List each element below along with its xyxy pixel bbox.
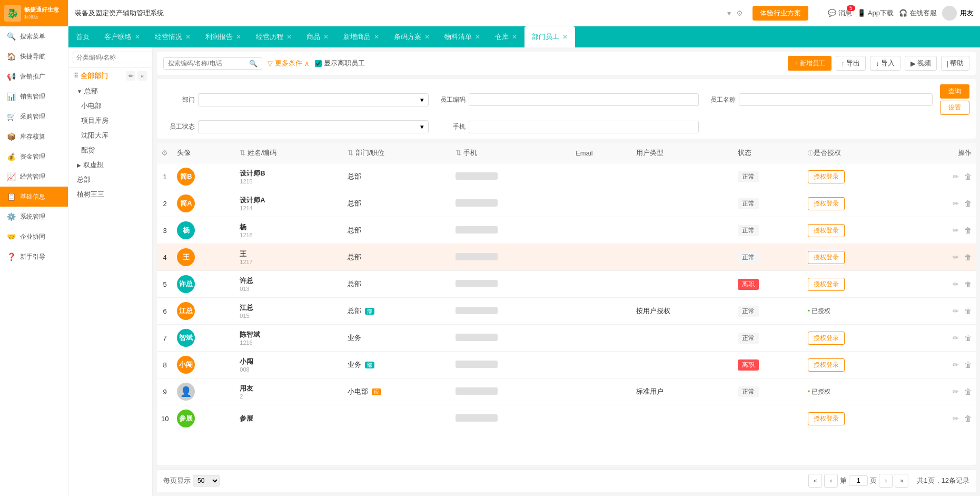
close-icon[interactable]: ✕ xyxy=(512,33,517,41)
export-btn[interactable]: ↑ 导出 xyxy=(836,56,866,71)
auth-btn[interactable]: 授权登录 xyxy=(808,278,845,291)
auth-btn[interactable]: 授权登录 xyxy=(808,197,845,210)
dept-item-xiaodibu[interactable]: 小电部 xyxy=(68,99,152,113)
dept-item-zhishu[interactable]: 植树王三 xyxy=(68,187,152,202)
edit-icon[interactable]: ✏ xyxy=(953,172,959,181)
sidebar-item-finance[interactable]: 💰 资金管理 xyxy=(0,147,68,167)
close-icon[interactable]: ✕ xyxy=(323,33,329,41)
add-employee-btn[interactable]: + 新增员工 xyxy=(788,56,831,71)
edit-icon[interactable]: ✏ xyxy=(953,414,959,423)
sidebar-item-inventory[interactable]: 📦 库存核算 xyxy=(0,127,68,147)
auth-btn[interactable]: 授权登录 xyxy=(808,332,845,345)
last-page-btn[interactable]: » xyxy=(895,474,908,488)
tab-operation-status[interactable]: 经营情况 ✕ xyxy=(147,26,198,47)
edit-icon[interactable]: ✏ xyxy=(953,361,959,369)
import-btn[interactable]: ↓ 导入 xyxy=(870,56,900,71)
settings-icon[interactable]: ⚙ xyxy=(161,149,168,157)
show-resign-checkbox[interactable] xyxy=(315,60,322,67)
avatar[interactable]: 小闯 xyxy=(177,356,195,374)
view-btn[interactable]: ▶ 视频 xyxy=(905,56,937,71)
edit-icon[interactable]: ✏ xyxy=(126,71,135,81)
sidebar-item-operation[interactable]: 📈 经营管理 xyxy=(0,167,68,187)
delete-icon[interactable]: 🗑 xyxy=(964,361,972,369)
tab-barcode[interactable]: 条码方案 ✕ xyxy=(387,26,437,47)
query-btn[interactable]: 查询 xyxy=(940,84,969,99)
next-page-btn[interactable]: › xyxy=(879,474,893,488)
app-download-btn[interactable]: 📱 App下载 xyxy=(857,8,894,18)
avatar[interactable]: 参展 xyxy=(177,410,195,427)
sidebar-item-system[interactable]: ⚙️ 系统管理 xyxy=(0,207,68,227)
tab-bom[interactable]: 物料清单 ✕ xyxy=(437,26,488,47)
avatar[interactable]: 👤 xyxy=(177,383,195,401)
tab-customer[interactable]: 客户联络 ✕ xyxy=(97,26,147,47)
delete-icon[interactable]: 🗑 xyxy=(964,226,972,235)
sidebar-item-marketing[interactable]: 📢 营销推广 xyxy=(0,66,68,86)
auth-btn[interactable]: 授权登录 xyxy=(808,170,845,183)
auth-btn[interactable]: 授权登录 xyxy=(808,224,845,237)
edit-icon[interactable]: ✏ xyxy=(953,387,959,396)
filter-more-btn[interactable]: ▽ 更多条件 ∧ xyxy=(268,59,310,68)
tab-goods[interactable]: 商品 ✕ xyxy=(299,26,336,47)
auth-btn[interactable]: 授权登录 xyxy=(808,251,845,264)
settings-icon[interactable]: ⚙ xyxy=(736,9,743,17)
close-icon[interactable]: ✕ xyxy=(236,33,241,41)
help-btn[interactable]: | 帮助 xyxy=(941,56,969,71)
sidebar-item-search[interactable]: 🔍 搜索菜单 xyxy=(0,26,68,46)
dept-item-peihuo[interactable]: 配货 xyxy=(68,143,152,158)
service-btn[interactable]: 🎧 在线客服 xyxy=(899,8,937,18)
dept-search-input[interactable] xyxy=(73,52,153,63)
dept-item-shuangxu[interactable]: ▶ 双虚想 xyxy=(68,158,152,172)
auth-btn[interactable]: 授权登录 xyxy=(808,358,845,372)
auth-btn[interactable]: 授权登录 xyxy=(808,412,845,425)
tab-profit[interactable]: 利润报告 ✕ xyxy=(198,26,249,47)
avatar[interactable]: 王 xyxy=(177,248,195,266)
dept-header-label[interactable]: 全部部门 xyxy=(81,71,108,81)
tab-history[interactable]: 经营历程 ✕ xyxy=(249,26,299,47)
trial-btn[interactable]: 体验行业方案 xyxy=(753,6,808,21)
delete-icon[interactable]: 🗑 xyxy=(964,307,972,315)
sidebar-item-sales[interactable]: 📊 销售管理 xyxy=(0,86,68,106)
tab-employee[interactable]: 部门员工 ✕ xyxy=(524,26,575,47)
edit-icon[interactable]: ✏ xyxy=(953,253,959,261)
edit-icon[interactable]: ✏ xyxy=(953,199,959,208)
phone-input[interactable] xyxy=(469,121,699,133)
close-icon[interactable]: ✕ xyxy=(475,33,480,41)
dept-item-zongbu-parent[interactable]: ▼ 总部 xyxy=(68,84,152,99)
sidebar-item-collab[interactable]: 🤝 企业协同 xyxy=(0,227,68,247)
search-input[interactable] xyxy=(168,60,247,67)
emp-name-input[interactable] xyxy=(739,93,933,106)
sidebar-item-guide[interactable]: ❓ 新手引导 xyxy=(0,247,68,267)
avatar[interactable]: 简B xyxy=(177,168,195,186)
notice-btn[interactable]: 💬 消息 5 xyxy=(828,8,852,18)
sidebar-item-purchase[interactable]: 🛒 采购管理 xyxy=(0,106,68,127)
dept-item-xiangmu[interactable]: 项目库房 xyxy=(68,113,152,128)
user-menu[interactable]: 用友 xyxy=(942,6,974,21)
page-input[interactable] xyxy=(849,475,868,486)
tab-warehouse[interactable]: 仓库 ✕ xyxy=(488,26,524,47)
delete-icon[interactable]: 🗑 xyxy=(964,280,972,288)
collapse-icon[interactable]: « xyxy=(137,71,147,81)
delete-icon[interactable]: 🗑 xyxy=(964,414,972,423)
edit-icon[interactable]: ✏ xyxy=(953,307,959,315)
delete-icon[interactable]: 🗑 xyxy=(964,253,972,261)
dept-item-zongbu[interactable]: 总部 xyxy=(68,172,152,187)
delete-icon[interactable]: 🗑 xyxy=(964,199,972,208)
avatar[interactable]: 杨 xyxy=(177,221,195,239)
sidebar-item-nav[interactable]: 🏠 快捷导航 xyxy=(0,46,68,66)
avatar[interactable]: 许总 xyxy=(177,275,195,293)
sidebar-item-basic[interactable]: 📋 基础信息 xyxy=(0,187,68,207)
dept-select[interactable]: ▾ xyxy=(198,93,429,106)
avatar[interactable]: 简A xyxy=(177,194,195,212)
delete-icon[interactable]: 🗑 xyxy=(964,334,972,342)
delete-icon[interactable]: 🗑 xyxy=(964,387,972,396)
emp-code-input[interactable] xyxy=(469,93,699,106)
emp-status-select[interactable]: ▾ xyxy=(198,120,429,133)
close-icon[interactable]: ✕ xyxy=(135,33,140,41)
tab-home[interactable]: 首页 xyxy=(68,26,97,47)
tab-add-goods[interactable]: 新增商品 ✕ xyxy=(336,26,387,47)
search-submit-icon[interactable]: 🔍 xyxy=(249,60,258,67)
close-icon[interactable]: ✕ xyxy=(424,33,430,41)
close-icon[interactable]: ✕ xyxy=(374,33,379,41)
edit-icon[interactable]: ✏ xyxy=(953,226,959,235)
dept-item-shenyang[interactable]: 沈阳大库 xyxy=(68,128,152,143)
